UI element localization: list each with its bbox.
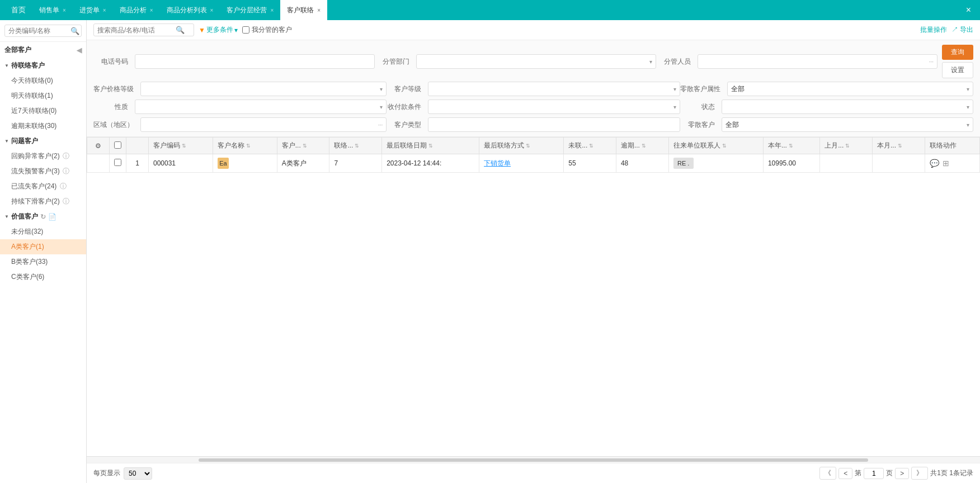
payment-select[interactable]: ▾ [428, 100, 680, 114]
col-code[interactable]: 客户编码 ⇅ [149, 138, 213, 154]
all-customers-header[interactable]: 全部客户 ◀ [0, 42, 86, 58]
col-settings[interactable]: ⚙ [87, 138, 110, 154]
col-overdue[interactable]: 逾期... ⇅ [616, 138, 668, 154]
table-row: 1 000031 Ea A类客户 7 2023-04-12 14:44: 下销货… [87, 154, 980, 173]
region-select[interactable]: ··· [140, 117, 387, 132]
status-label: 状态 [680, 102, 719, 112]
home-tab[interactable]: 首页 [4, 5, 32, 15]
row-code: 000031 [149, 154, 213, 173]
close-all-icon[interactable]: × [962, 5, 976, 15]
main-content: 🔍 ▼ 更多条件 ▾ 我分管的客户 批量操作 ↗ 导出 [87, 20, 980, 483]
nav-tab-product-analysis-list[interactable]: 商品分析列表 × [160, 0, 220, 20]
filter-cell-customer-grade: 客户等级 ▾ [387, 82, 680, 96]
next-page-btn[interactable]: > [895, 468, 909, 479]
close-purchase-tab-icon[interactable]: × [103, 7, 106, 13]
col-contact[interactable]: 联络... ⇅ [329, 138, 382, 154]
search-icon[interactable]: 🔍 [176, 26, 185, 34]
col-customer-type[interactable]: 客户... ⇅ [277, 138, 329, 154]
phone-input[interactable] [135, 54, 375, 69]
select-all-checkbox[interactable] [114, 141, 121, 149]
price-grade-dropdown-icon: ▾ [380, 86, 383, 92]
col-last-month[interactable]: 上月... ⇅ [820, 138, 873, 154]
sidebar-item-churned[interactable]: 已流失客户(24) ⓘ [0, 179, 86, 194]
customer-grade-select[interactable]: ▾ [428, 82, 680, 96]
payment-dropdown-icon: ▾ [673, 104, 676, 110]
sort-uncontacted-icon: ⇅ [589, 143, 593, 149]
row-name: Ea [213, 154, 277, 173]
payment-label: 收付款条件 [387, 102, 426, 112]
query-button[interactable]: 查询 [942, 45, 973, 60]
sidebar-item-declining[interactable]: 持续下滑客户(2) ⓘ [0, 194, 86, 209]
retail-customer-select[interactable]: 全部 ▾ [722, 117, 973, 132]
horizontal-scrollbar[interactable] [199, 458, 868, 462]
col-this-month[interactable]: 本月... ⇅ [872, 138, 925, 154]
col-company-contact[interactable]: 往来单位联系人 ⇅ [668, 138, 763, 154]
pagination-right: 《 < 第 页 > 》 共1页 1条记录 [819, 467, 973, 480]
qr-icon[interactable]: ⊞ [943, 159, 949, 168]
page-num-input[interactable] [864, 468, 884, 479]
first-page-btn[interactable]: 《 [819, 467, 836, 480]
price-grade-label: 客户价格等级 [93, 84, 138, 94]
row-checkbox-cell[interactable] [110, 154, 126, 173]
region-label: 区域（地区） [93, 120, 138, 130]
retail-attr-select[interactable]: 全部 ▾ [727, 82, 973, 96]
col-this-year[interactable]: 本年... ⇅ [763, 138, 819, 154]
contact-method-link[interactable]: 下销货单 [484, 159, 511, 167]
person-dots-icon: ··· [929, 59, 934, 65]
col-checkbox[interactable] [110, 138, 126, 154]
price-grade-select[interactable]: ▾ [140, 82, 387, 96]
close-product-tab-icon[interactable]: × [150, 7, 153, 13]
sidebar-item-b-class[interactable]: B类客户(33) [0, 254, 86, 269]
col-uncontacted[interactable]: 未联... ⇅ [564, 138, 616, 154]
customer-type-input[interactable] [428, 117, 680, 132]
retail-attr-label: 零散客户属性 [680, 84, 725, 94]
sidebar-search-icon[interactable]: 🔍 [70, 27, 79, 35]
sidebar-item-tomorrow-contact[interactable]: 明天待联络(1) [0, 88, 86, 103]
batch-op-btn[interactable]: 批量操作 [920, 25, 947, 35]
dept-dropdown-icon: ▾ [649, 59, 652, 65]
my-customers-checkbox[interactable] [242, 26, 249, 34]
close-sales-tab-icon[interactable]: × [63, 7, 66, 13]
nav-tab-customer-contact[interactable]: 客户联络 × [280, 0, 327, 20]
close-segment-tab-icon[interactable]: × [270, 7, 274, 13]
nav-tab-purchase[interactable]: 进货单 × [73, 0, 113, 20]
nav-tab-sales[interactable]: 销售单 × [32, 0, 73, 20]
close-product-list-tab-icon[interactable]: × [210, 7, 214, 13]
row-checkbox[interactable] [114, 159, 121, 166]
refresh-icon[interactable]: ↻ [40, 213, 46, 221]
sidebar-item-today-contact[interactable]: 今天待联络(0) [0, 73, 86, 88]
person-select[interactable]: ··· [698, 54, 937, 69]
more-filters-btn[interactable]: ▼ 更多条件 ▾ [199, 25, 238, 35]
status-select[interactable]: ▾ [722, 100, 973, 114]
search-input[interactable] [97, 26, 176, 34]
col-last-method[interactable]: 最后联络方式 ⇅ [479, 138, 564, 154]
page-size-select[interactable]: 50 100 200 [124, 467, 152, 480]
chat-icon[interactable]: 💬 [930, 159, 939, 168]
col-last-date[interactable]: 最后联络日期 ⇅ [382, 138, 479, 154]
sidebar-item-repurchase-anomaly[interactable]: 回购异常客户(2) ⓘ [0, 149, 86, 164]
pending-contact-group: ▼ 待联络客户 [0, 58, 86, 73]
filter-cell-payment: 收付款条件 ▾ [387, 100, 680, 114]
sidebar-item-overdue-contact[interactable]: 逾期未联络(30) [0, 119, 86, 134]
sidebar-item-c-class[interactable]: C类客户(6) [0, 269, 86, 285]
sidebar-item-ungrouped[interactable]: 未分组(32) [0, 224, 86, 239]
status-dropdown-icon: ▾ [967, 104, 969, 110]
col-name[interactable]: 客户名称 ⇅ [213, 138, 277, 154]
settings-button[interactable]: 设置 [942, 62, 973, 78]
collapse-icon[interactable]: ◀ [77, 46, 82, 54]
close-contact-tab-icon[interactable]: × [317, 7, 321, 13]
export-btn[interactable]: ↗ 导出 [951, 25, 973, 35]
add-group-icon[interactable]: 📄 [48, 213, 56, 221]
nature-select[interactable]: ▾ [135, 100, 387, 114]
prev-page-btn[interactable]: < [838, 468, 852, 479]
last-page-btn[interactable]: 》 [911, 467, 928, 480]
sidebar-item-a-class[interactable]: A类客户(1) [0, 239, 86, 254]
dept-select[interactable]: ▾ [416, 54, 656, 69]
sidebar-item-churn-warning[interactable]: 流失预警客户(3) ⓘ [0, 164, 86, 179]
sort-date-icon: ⇅ [428, 143, 433, 149]
sidebar-item-7days-contact[interactable]: 近7天待联络(0) [0, 103, 86, 119]
customer-grade-label: 客户等级 [387, 84, 426, 94]
nav-tab-product-analysis[interactable]: 商品分析 × [113, 0, 160, 20]
my-customers-checkbox-label[interactable]: 我分管的客户 [242, 25, 292, 35]
nav-tab-customer-segment[interactable]: 客户分层经营 × [220, 0, 280, 20]
